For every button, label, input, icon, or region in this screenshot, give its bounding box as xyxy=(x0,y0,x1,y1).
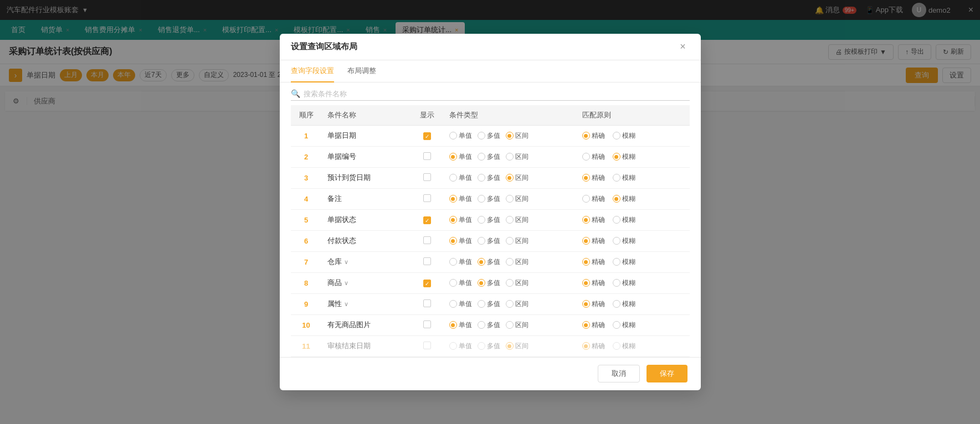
th-type: 条件类型 xyxy=(444,105,577,116)
conditions-tbl: 顺序 条件名称 显示 条件类型 匹配原则 1单据日期单值多值区间精确模糊2单据编… xyxy=(291,105,690,116)
th-seq: 顺序 xyxy=(291,105,322,116)
dialog-title: 设置查询区域布局 xyxy=(291,42,357,52)
conditions-table: 顺序 条件名称 显示 条件类型 匹配原则 1单据日期单值多值区间精确模糊2单据编… xyxy=(291,105,690,116)
dialog-header: 设置查询区域布局 × xyxy=(280,34,701,60)
table-header-row: 顺序 条件名称 显示 条件类型 匹配原则 xyxy=(291,105,690,116)
dialog-tabs: 查询字段设置 布局调整 xyxy=(280,60,701,82)
search-box: 🔍 xyxy=(291,89,690,101)
dialog-overlay: 设置查询区域布局 × 查询字段设置 布局调整 🔍 顺序 条件名称 显示 条件类型 xyxy=(0,0,980,116)
th-match: 匹配原则 xyxy=(577,105,690,116)
dialog-close-btn[interactable]: × xyxy=(676,40,690,54)
search-icon: 🔍 xyxy=(291,89,300,98)
th-display: 显示 xyxy=(411,105,444,116)
tab-field-settings[interactable]: 查询字段设置 xyxy=(291,60,334,82)
settings-dialog: 设置查询区域布局 × 查询字段设置 布局调整 🔍 顺序 条件名称 显示 条件类型 xyxy=(280,34,701,116)
search-input[interactable] xyxy=(304,90,414,98)
th-name: 条件名称 xyxy=(322,105,411,116)
tab-layout-adjust[interactable]: 布局调整 xyxy=(347,60,376,82)
